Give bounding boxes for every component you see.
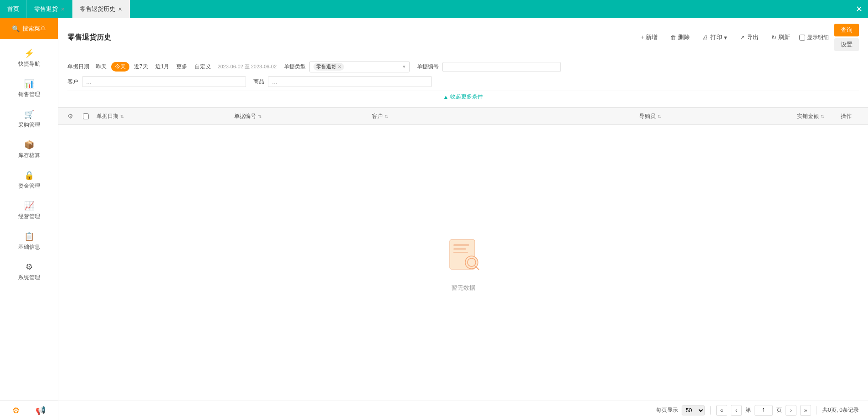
th-guide-label: 导购员 xyxy=(639,113,656,120)
table-container: ⚙ 单据日期 ⇅ 单据编号 ⇅ 客户 ⇅ 导购员 xyxy=(58,108,868,400)
date-filter-label: 单据日期 xyxy=(67,63,89,71)
customer-filter-label: 客户 xyxy=(67,78,78,86)
th-customer[interactable]: 客户 ⇅ xyxy=(368,113,636,120)
voucher-filter-item: 单据编号 xyxy=(417,62,561,72)
select-all-checkbox[interactable] xyxy=(83,113,89,119)
date-btn-7days[interactable]: 近7天 xyxy=(131,62,151,72)
tab-retail-return[interactable]: 零售退货 ✕ xyxy=(27,0,72,18)
th-customer-sort-icon: ⇅ xyxy=(385,114,388,119)
display-switch: 显示明细 xyxy=(799,34,829,41)
date-btn-more[interactable]: 更多 xyxy=(174,62,190,72)
tab-home[interactable]: 首页 xyxy=(0,0,27,18)
page-input[interactable] xyxy=(755,405,773,416)
th-voucher[interactable]: 单据编号 ⇅ xyxy=(231,113,368,120)
sidebar-speaker-icon[interactable]: 📢 xyxy=(36,405,46,415)
voucher-filter-input[interactable] xyxy=(442,62,561,72)
customer-filter-item: 客户 ... xyxy=(67,76,246,87)
date-filter-item: 单据日期 昨天 今天 近7天 近1月 更多 自定义 2023-06-02 至 2… xyxy=(67,62,277,72)
th-guide[interactable]: 导购员 ⇅ xyxy=(636,113,773,120)
date-btn-yesterday[interactable]: 昨天 xyxy=(93,62,109,72)
th-settings-icon[interactable]: ⚙ xyxy=(62,113,78,120)
sidebar-item-quick-nav[interactable]: ⚡ 快捷导航 xyxy=(0,43,58,73)
sidebar-item-finance-label: 资金管理 xyxy=(18,182,40,190)
sidebar-item-inventory-label: 库存核算 xyxy=(18,152,40,159)
type-filter-item: 单据类型 零售退货 ✕ ▾ xyxy=(284,61,410,72)
display-checkbox[interactable] xyxy=(799,35,805,41)
refresh-button[interactable]: ↻ 刷新 xyxy=(768,31,794,43)
new-button-label: + 新增 xyxy=(641,33,657,41)
date-btn-custom[interactable]: 自定义 xyxy=(192,62,214,72)
sidebar-item-operations[interactable]: 📈 经营管理 xyxy=(0,195,58,226)
sidebar-item-inventory[interactable]: 📦 库存核算 xyxy=(0,134,58,165)
sidebar-item-finance[interactable]: 🔒 资金管理 xyxy=(0,165,58,195)
empty-state: 暂无数据 xyxy=(58,125,868,400)
export-button-label: 导出 xyxy=(747,33,759,41)
sidebar-item-sales-mgmt-label: 销售管理 xyxy=(18,91,40,98)
search-icon: 🔍 xyxy=(12,25,20,32)
date-filter-buttons: 昨天 今天 近7天 近1月 更多 自定义 2023-06-02 至 2023-0… xyxy=(93,62,277,72)
sidebar-item-purchase-mgmt[interactable]: 🛒 采购管理 xyxy=(0,104,58,134)
date-btn-today[interactable]: 今天 xyxy=(111,62,129,72)
type-filter-tag-close[interactable]: ✕ xyxy=(338,64,341,69)
system-icon: ⚙ xyxy=(26,262,33,272)
main-layout: 🔍 搜索菜单 ⚡ 快捷导航 📊 销售管理 🛒 采购管理 📦 库存核算 🔒 xyxy=(0,18,868,420)
svg-line-6 xyxy=(476,266,479,270)
th-amount[interactable]: 实销金额 ⇅ xyxy=(773,113,828,120)
customer-filter-select[interactable]: ... xyxy=(82,76,246,87)
settings-button[interactable]: 设置 xyxy=(834,38,859,51)
th-date-sort-icon: ⇅ xyxy=(120,114,124,119)
print-button-label: 打印 xyxy=(710,33,722,41)
sidebar-bottom: ⚙ 📢 xyxy=(0,400,58,420)
pagination: 每页显示 50 10 20 100 « ‹ 第 页 › » 共0页, 0条记录 xyxy=(58,400,868,420)
tab-retail-return-history[interactable]: 零售退货历史 ✕ xyxy=(72,0,130,18)
th-customer-label: 客户 xyxy=(372,113,383,120)
customer-placeholder: ... xyxy=(86,78,92,85)
type-filter-select[interactable]: 零售退货 ✕ ▾ xyxy=(309,61,410,72)
sidebar: 🔍 搜索菜单 ⚡ 快捷导航 📊 销售管理 🛒 采购管理 📦 库存核算 🔒 xyxy=(0,18,58,420)
date-btn-1month[interactable]: 近1月 xyxy=(153,62,172,72)
sidebar-item-base-info[interactable]: 📋 基础信息 xyxy=(0,226,58,256)
empty-text: 暂无数据 xyxy=(452,284,475,292)
th-actions: 操作 xyxy=(828,113,864,120)
sidebar-item-purchase-mgmt-label: 采购管理 xyxy=(18,121,40,129)
next-page-button[interactable]: › xyxy=(786,405,796,416)
sidebar-search-button[interactable]: 🔍 搜索菜单 xyxy=(0,18,58,39)
first-page-button[interactable]: « xyxy=(716,405,727,416)
export-icon: ↗ xyxy=(740,34,745,41)
export-button[interactable]: ↗ 导出 xyxy=(736,31,762,43)
sidebar-nav: ⚡ 快捷导航 📊 销售管理 🛒 采购管理 📦 库存核算 🔒 资金管理 📈 xyxy=(0,39,58,400)
tab-retail-return-close[interactable]: ✕ xyxy=(61,6,65,12)
print-button[interactable]: 🖨 打印 ▾ xyxy=(699,31,731,43)
th-select-all[interactable] xyxy=(78,113,93,119)
sidebar-item-operations-label: 经营管理 xyxy=(18,213,40,220)
th-date[interactable]: 单据日期 ⇅ xyxy=(93,113,231,120)
page-suffix: 页 xyxy=(776,406,782,414)
th-amount-sort-icon: ⇅ xyxy=(821,114,824,119)
delete-button[interactable]: 🗑 删除 xyxy=(667,31,693,43)
goods-filter-select[interactable]: ... xyxy=(268,76,432,87)
sidebar-item-sales-mgmt[interactable]: 📊 销售管理 xyxy=(0,73,58,104)
per-page-select[interactable]: 50 10 20 100 xyxy=(682,405,705,415)
filter-row-2: 客户 ... 商品 ... xyxy=(67,76,859,87)
new-button[interactable]: + 新增 xyxy=(637,31,661,43)
collapse-button[interactable]: ▲ 收起更多条件 xyxy=(67,91,859,102)
delete-button-label: 删除 xyxy=(678,33,690,41)
gear-icon: ⚙ xyxy=(67,113,73,120)
sales-mgmt-icon: 📊 xyxy=(24,79,34,89)
display-switch-label: 显示明细 xyxy=(807,34,829,41)
window-close-button[interactable]: ✕ xyxy=(850,0,868,18)
type-filter-dropdown-icon: ▾ xyxy=(403,64,406,70)
tab-retail-return-history-close[interactable]: ✕ xyxy=(118,6,122,12)
quick-nav-icon: ⚡ xyxy=(24,48,34,58)
pagination-divider-2 xyxy=(817,406,817,415)
page-title: 零售退货历史 xyxy=(67,33,111,42)
prev-page-button[interactable]: ‹ xyxy=(731,405,742,416)
last-page-button[interactable]: » xyxy=(800,405,811,416)
purchase-mgmt-icon: 🛒 xyxy=(24,109,34,119)
total-label: 共0页, 0条记录 xyxy=(822,406,859,414)
sidebar-settings-icon[interactable]: ⚙ xyxy=(12,405,20,415)
query-button[interactable]: 查询 xyxy=(834,24,859,36)
pagination-divider-1 xyxy=(710,406,711,415)
sidebar-item-system[interactable]: ⚙ 系统管理 xyxy=(0,256,58,287)
refresh-button-label: 刷新 xyxy=(778,33,790,41)
